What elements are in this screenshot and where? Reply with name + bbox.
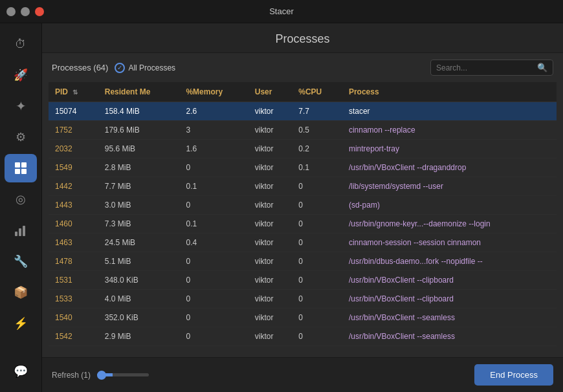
table-row[interactable]: 146324.5 MiB0.4viktor0cinnamon-session -… [49,234,557,252]
toolbar: Processes (64) ✓ All Processes 🔍 [42,53,563,82]
sidebar-item-packages[interactable]: 📦 [5,278,37,307]
table-header-row: PID ⇅ Resident Me %Memory User %CPU Proc… [49,82,557,102]
refresh-label: Refresh (1) [52,371,91,380]
refresh-control: Refresh (1) [52,371,149,380]
table-row[interactable]: 15492.8 MiB0viktor0.1/usr/bin/VBoxClient… [49,158,557,177]
all-processes-label: All Processes [128,63,175,72]
table-row[interactable]: 15422.9 MiB0viktor0/usr/bin/VBoxClient -… [49,327,557,346]
maximize-button[interactable] [21,7,30,16]
sidebar-item-resources[interactable] [5,216,37,245]
sidebar-item-processes[interactable] [5,154,37,182]
svg-rect-2 [15,169,20,174]
sidebar-item-startup[interactable]: 🚀 [5,61,37,89]
svg-rect-1 [21,162,27,168]
table-row[interactable]: 14427.7 MiB0.1viktor0/lib/systemd/system… [49,177,557,196]
sidebar-item-services[interactable]: ⚙ [5,123,37,151]
processes-table-container: PID ⇅ Resident Me %Memory User %CPU Proc… [42,82,563,357]
footer: Refresh (1) End Process [42,357,563,392]
sidebar-item-settings[interactable]: ⚡ [5,309,37,338]
sidebar-item-tools[interactable]: 🔧 [5,247,37,276]
col-header-pid[interactable]: PID ⇅ [49,82,98,102]
table-row[interactable]: 1531348.0 KiB0viktor0/usr/bin/VBoxClient… [49,271,557,290]
search-input[interactable] [436,63,533,72]
titlebar: Stacer [0,0,563,23]
table-row[interactable]: 203295.6 MiB1.6viktor0.2mintreport-tray [49,140,557,158]
svg-rect-6 [23,226,25,236]
close-button[interactable] [35,7,44,16]
table-row[interactable]: 15334.0 MiB0viktor0/usr/bin/VBoxClient -… [49,290,557,309]
table-row[interactable]: 14607.3 MiB0.1viktor0/usr/bin/gnome-keyr… [49,215,557,234]
col-header-process: Process [342,82,557,102]
refresh-slider[interactable] [97,373,149,376]
all-processes-badge[interactable]: ✓ All Processes [115,63,175,73]
table-row[interactable]: 14433.0 MiB0viktor0(sd-pam) [49,196,557,215]
table-row[interactable]: 1540352.0 KiB0viktor0/usr/bin/VBoxClient… [49,309,557,327]
col-header-memory-pct: %Memory [179,82,248,102]
svg-rect-0 [15,162,20,168]
sidebar-item-dashboard[interactable]: ⏱ [5,30,37,58]
col-header-memory: Resident Me [98,82,180,102]
sidebar-item-apps[interactable]: ✦ [5,92,37,120]
page-title: Processes [42,23,563,53]
sidebar-item-uninstaller[interactable]: ◎ [5,185,37,213]
search-box[interactable]: 🔍 [430,60,553,76]
table-row[interactable]: 1752179.6 MiB3viktor0.5cinnamon --replac… [49,121,557,140]
svg-rect-3 [21,169,27,174]
table-row[interactable]: 14785.1 MiB0viktor0/usr/bin/dbus-daemo..… [49,252,557,271]
svg-rect-4 [15,232,17,236]
check-icon: ✓ [115,63,125,73]
processes-count: Processes (64) [52,63,108,72]
processes-table: PID ⇅ Resident Me %Memory User %CPU Proc… [49,82,557,346]
minimize-button[interactable] [6,7,16,16]
table-row[interactable]: 15074158.4 MiB2.6viktor7.7stacer [49,102,557,121]
col-header-user: User [248,82,292,102]
end-process-button[interactable]: End Process [474,364,553,386]
search-icon: 🔍 [537,63,547,72]
window-title: Stacer [45,6,518,16]
sort-icon-pid: ⇅ [72,89,78,96]
col-header-cpu: %CPU [292,82,342,102]
sidebar: ⏱ 🚀 ✦ ⚙ ◎ 🔧 📦 ⚡ 💬 [0,23,42,392]
svg-rect-5 [19,228,21,236]
sidebar-item-chat[interactable]: 💬 [5,357,37,386]
